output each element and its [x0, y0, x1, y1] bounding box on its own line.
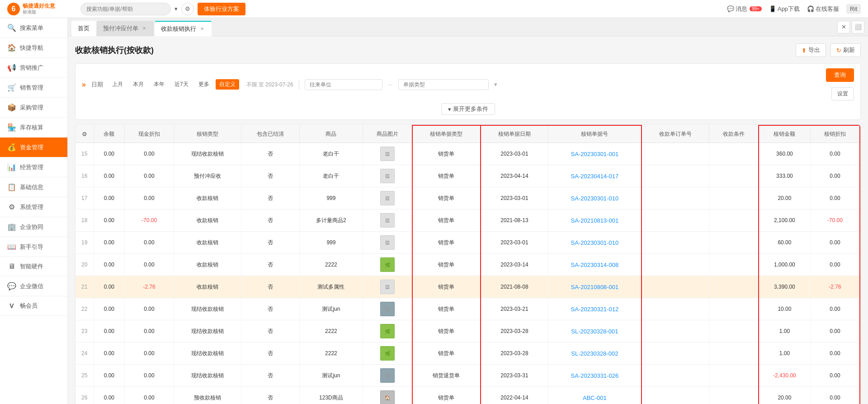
sidebar-item-system[interactable]: ⚙ 系统管理 — [0, 197, 67, 217]
expand-more-btn[interactable]: ▾ 展开更多条件 — [441, 103, 495, 115]
sidebar-item-operations[interactable]: 📊 经营管理 — [0, 157, 67, 177]
tab-receipt[interactable]: 收款核销执行 ✕ — [155, 21, 212, 36]
bill-no-link[interactable]: SA-20230301-010 — [571, 239, 619, 246]
tab-home[interactable]: 首页 — [71, 21, 96, 36]
expand-collapse-btn[interactable]: » — [82, 81, 86, 89]
export-btn[interactable]: ⬆ 导出 — [796, 43, 826, 57]
td-rownum: 22 — [75, 298, 94, 320]
sidebar-item-marketing[interactable]: 📢 营销推广 — [0, 58, 67, 78]
td-receipt-condition — [709, 232, 759, 254]
notification-btn[interactable]: 💬 消息 99+ — [727, 5, 762, 13]
sidebar-item-search[interactable]: 🔍 搜索菜单 — [0, 18, 67, 38]
sidebar-item-basics[interactable]: 📋 基础信息 — [0, 177, 67, 197]
td-include-settled: 否 — [241, 254, 299, 276]
tab-receipt-close[interactable]: ✕ — [199, 26, 205, 32]
date-option-custom[interactable]: 自定义 — [216, 79, 239, 90]
query-btn[interactable]: 查询 — [826, 68, 854, 82]
td-goods-image: 🖼 — [363, 232, 412, 254]
app-name: 畅捷通好生意 — [23, 3, 55, 9]
td-cancel-discount: 0.00 — [810, 387, 860, 404]
tab-expand-btn[interactable]: ⬜ — [852, 21, 864, 33]
sidebar-item-finance[interactable]: 💰 资金管理 — [0, 138, 67, 157]
sidebar-item-enterprise[interactable]: 🏢 企业协同 — [0, 217, 67, 237]
app-icon: 📱 — [769, 5, 776, 12]
sidebar-item-inventory[interactable]: 🏪 库存核算 — [0, 118, 67, 138]
industry-btn[interactable]: 体验行业方案 — [198, 3, 245, 15]
td-cancel-bill-no: SA-20230301-010 — [548, 187, 642, 209]
th-goods-image: 商品图片 — [363, 125, 412, 143]
bill-no-link[interactable]: SA-20230301-001 — [571, 151, 619, 157]
tab-prepay-close[interactable]: ✕ — [141, 25, 147, 32]
td-cancel-discount: -2.76 — [810, 276, 860, 298]
td-rownum: 15 — [75, 143, 94, 165]
tab-bar: 首页 预付冲应付单 ✕ 收款核销执行 ✕ ✕ ⬜ — [68, 18, 868, 36]
td-balance: 0.00 — [94, 387, 125, 404]
sidebar-item-purchase[interactable]: 📦 采购管理 — [0, 98, 67, 118]
td-goods: 测试jun — [299, 365, 363, 387]
sidebar-label-member: 畅会员 — [20, 302, 38, 310]
td-cancel-type: 预付冲应收 — [174, 165, 241, 187]
dots-indicator: ··· — [388, 81, 393, 88]
td-goods-image: 🖼 — [363, 143, 412, 165]
td-cash-discount: -2.76 — [125, 276, 174, 298]
bill-no-link[interactable]: SA-20230314-008 — [571, 261, 619, 268]
sidebar-label-purchase: 采购管理 — [20, 104, 43, 112]
refresh-btn[interactable]: ↻ 刷新 — [830, 43, 861, 57]
dropdown-btn[interactable]: ▾ — [175, 5, 178, 12]
tab-prepay[interactable]: 预付冲应付单 ✕ — [97, 21, 154, 36]
sidebar-item-hardware[interactable]: 🖥 智能硬件 — [0, 257, 67, 276]
sidebar-item-member[interactable]: V 畅会员 — [0, 296, 67, 316]
bill-no-link[interactable]: SA-20230301-010 — [571, 195, 619, 202]
online-service-btn[interactable]: 🎧 在线客服 — [807, 5, 839, 13]
date-option-7days[interactable]: 近7天 — [171, 79, 192, 90]
bill-no-link[interactable]: ABC-001 — [583, 394, 607, 401]
td-balance: 0.00 — [94, 254, 125, 276]
td-cancel-amount: 333.00 — [759, 165, 810, 187]
table-scroll[interactable]: ⚙ 余额 现金折扣 核销类型 包含已结清 商品 商品图片 核销单据类型 核销单据… — [75, 125, 860, 404]
td-cash-discount: 0.00 — [125, 254, 174, 276]
th-goods: 商品 — [299, 125, 363, 143]
date-option-this-month[interactable]: 本月 — [129, 79, 147, 90]
expand-more-row: ▾ 展开更多条件 — [82, 103, 854, 115]
bill-no-link[interactable]: SA-20230321-012 — [571, 306, 619, 313]
bill-no-link[interactable]: SA-20210808-001 — [571, 284, 619, 290]
td-include-settled: 否 — [241, 365, 299, 387]
td-goods: 999 — [299, 232, 363, 254]
app-edition: 标准版 — [23, 10, 55, 15]
sidebar-item-wechat[interactable]: 💬 企业微信 — [0, 276, 67, 296]
bill-no-link[interactable]: SL-20230328-001 — [571, 328, 618, 335]
sidebar-item-sales[interactable]: 🛒 销售管理 — [0, 78, 67, 98]
td-include-settled: 否 — [241, 143, 299, 165]
bill-type-input[interactable] — [398, 79, 489, 90]
counterpart-input[interactable] — [305, 79, 382, 90]
td-cancel-amount: 1.00 — [759, 320, 810, 342]
settings-btn[interactable]: 设置 — [831, 87, 854, 100]
bill-no-link[interactable]: SL-20230328-002 — [571, 350, 618, 357]
date-option-last-month[interactable]: 上月 — [108, 79, 127, 90]
header-row: ⚙ 余额 现金折扣 核销类型 包含已结清 商品 商品图片 核销单据类型 核销单据… — [75, 125, 860, 143]
app-download-btn[interactable]: 📱 App下载 — [769, 5, 800, 13]
th-settings[interactable]: ⚙ — [75, 125, 94, 143]
cart-icon: 🛒 — [7, 83, 16, 92]
search-input[interactable] — [80, 3, 171, 15]
bill-no-link[interactable]: SA-20230331-026 — [571, 372, 619, 379]
money-icon: 💰 — [7, 143, 16, 152]
user-btn[interactable]: Rit — [846, 4, 861, 14]
gear-icon[interactable]: ⚙ — [181, 3, 194, 15]
td-cancel-bill-date: 2021-08-13 — [481, 209, 548, 232]
sidebar-item-quicknav[interactable]: 🏠 快捷导航 — [0, 38, 67, 58]
date-option-more[interactable]: 更多 — [195, 79, 213, 90]
sidebar-item-guide[interactable]: 📖 新手引导 — [0, 237, 67, 257]
chevron-down-icon: ▾ — [448, 106, 451, 113]
tab-close-btn[interactable]: ✕ — [837, 21, 850, 33]
bill-no-link[interactable]: SA-20210813-001 — [571, 217, 619, 224]
collapse-icon: » — [82, 81, 86, 89]
date-option-this-year[interactable]: 本年 — [150, 79, 168, 90]
td-cancel-bill-type: 销货单 — [412, 232, 481, 254]
td-cancel-bill-type: 销货单 — [412, 342, 481, 365]
bill-no-link[interactable]: SA-20230414-017 — [571, 173, 619, 180]
td-cancel-bill-date: 2023-03-14 — [481, 254, 548, 276]
td-receipt-order-no — [642, 387, 709, 404]
refresh-icon: ↻ — [836, 47, 841, 54]
sidebar-label-marketing: 营销推广 — [20, 64, 43, 72]
